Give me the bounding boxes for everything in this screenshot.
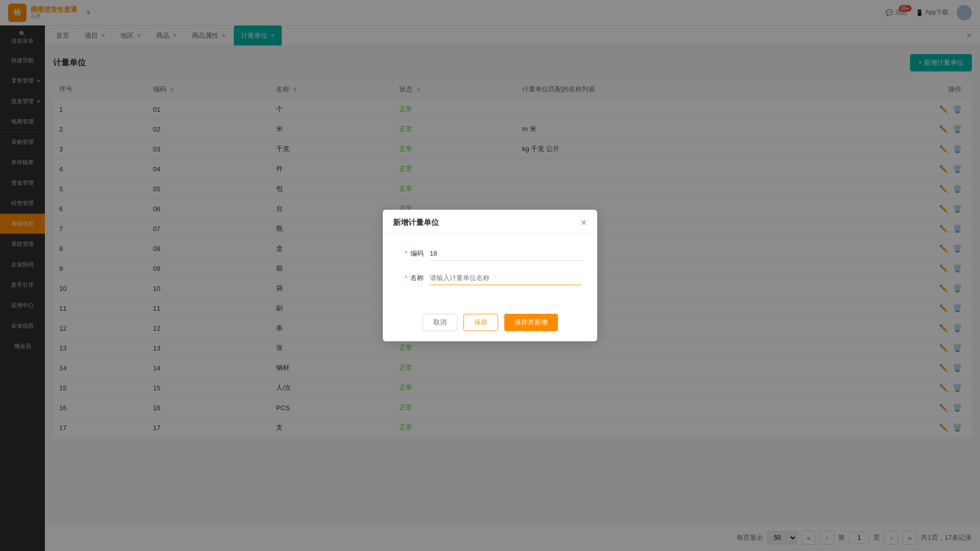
form-name-label: * 名称	[398, 273, 424, 283]
save-button[interactable]: 保存	[463, 314, 498, 331]
save-and-new-button[interactable]: 保存并新增	[504, 314, 558, 331]
code-input[interactable]	[430, 246, 582, 261]
modal-header: 新增计量单位 ✕	[383, 210, 597, 234]
modal-overlay: 新增计量单位 ✕ * 编码 * 名称 取消 保存 保存并新增	[0, 0, 980, 551]
modal-footer: 取消 保存 保存并新增	[383, 308, 597, 341]
add-unit-modal: 新增计量单位 ✕ * 编码 * 名称 取消 保存 保存并新增	[383, 210, 597, 341]
form-name-row: * 名称	[398, 271, 582, 285]
form-code-label: * 编码	[398, 249, 424, 258]
name-required-marker: *	[405, 274, 407, 282]
cancel-button[interactable]: 取消	[423, 314, 457, 331]
modal-close-btn[interactable]: ✕	[580, 218, 587, 228]
modal-title: 新增计量单位	[393, 218, 439, 228]
form-code-row: * 编码	[398, 246, 582, 261]
modal-body: * 编码 * 名称	[383, 234, 597, 308]
code-required-marker: *	[405, 249, 407, 257]
name-input[interactable]	[430, 271, 582, 285]
